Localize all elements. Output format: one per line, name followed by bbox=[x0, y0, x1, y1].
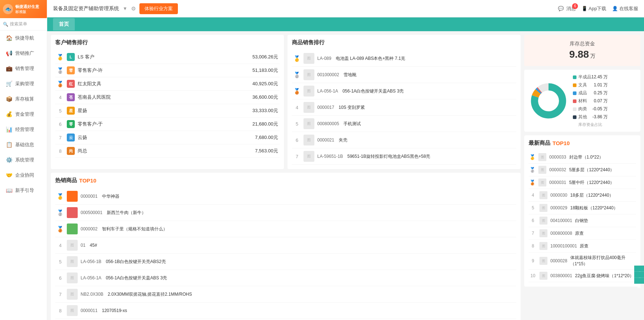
new-product-code: 000800008 bbox=[550, 231, 572, 236]
settings-icon[interactable]: ⚙ bbox=[131, 5, 136, 12]
product-ranking-list: 🥇 图 LA-089 电池盖 LA-089 ABS本色+黑种 7.1克 🥈 图 … bbox=[292, 50, 516, 165]
float-btn-服务社区[interactable]: 服务社区 bbox=[634, 272, 644, 278]
new-products-card: 最新商品 TOP10 🥇 图 0000033 封边带（1.0*22） 🥈 图 0… bbox=[524, 135, 640, 287]
new-product-thumbnail: 图 bbox=[539, 191, 547, 199]
product-thumbnail: 图 bbox=[303, 102, 314, 113]
logo-text: 畅捷通好生意 标准版 bbox=[15, 4, 39, 14]
rank-number: 10 bbox=[529, 273, 537, 278]
nav-icon: 💼 bbox=[6, 65, 12, 72]
customer-name: 零售客户-许 bbox=[78, 67, 249, 74]
message-badge[interactable]: 💬 6 消息 bbox=[558, 5, 576, 12]
search-icon: 🔍 bbox=[3, 22, 8, 27]
product-name: 电池盖 LA-089 ABS本色+黑种 7.1克 bbox=[336, 56, 515, 62]
rank-number: 6 bbox=[57, 122, 64, 127]
top-section: 客户销售排行 🥇 L LS 客户 53,006.26元 🥈 零 零售客户-许 5… bbox=[51, 35, 521, 173]
product-name: 夹壳 bbox=[339, 137, 515, 143]
tab-home[interactable]: 首页 bbox=[53, 18, 75, 30]
legend-value: 0.07 万 bbox=[594, 98, 608, 104]
customer-name: 尚总 bbox=[78, 148, 252, 154]
customer-amount: 40,925.00元 bbox=[252, 81, 278, 87]
sidebar-item-快捷导航[interactable]: 🏠快捷导航 bbox=[0, 30, 47, 46]
float-btn-直播[interactable]: 直播 bbox=[634, 278, 644, 284]
inventory-chart-card: 半成品 12.45 万 文具 1.01 万 成品 0.25 万 材料 0.07 … bbox=[524, 70, 640, 132]
customer-avatar: 苍 bbox=[67, 93, 75, 101]
customer-ranking-title: 客户销售排行 bbox=[55, 39, 280, 46]
nav-tabs: 首页 bbox=[47, 17, 644, 31]
new-product-item: 6 图 004100001 白钢垫 bbox=[529, 214, 636, 227]
rank-number: 6 bbox=[57, 275, 64, 281]
hot-product-name: 45# bbox=[90, 243, 515, 248]
legend-label: 肉类 bbox=[578, 106, 587, 112]
nav-label: 营销推广 bbox=[15, 50, 34, 57]
customer-amount: 21,680.00元 bbox=[252, 121, 278, 127]
hot-product-code: LA-056-1A bbox=[81, 275, 101, 280]
new-product-thumbnail: 图 bbox=[539, 242, 547, 250]
customer-avatar: 零 bbox=[67, 66, 75, 74]
customer-avatar: 云 bbox=[67, 134, 75, 141]
rank-item: 5 星 星扬 33,333.00元 bbox=[55, 104, 280, 118]
search-menu[interactable]: 🔍 搜索菜单 bbox=[0, 18, 47, 30]
new-product-item: 10 图 003800001 22g鱼豆腐·烧烤味（1*12*20） bbox=[529, 270, 636, 282]
legend-label: 材料 bbox=[578, 98, 587, 104]
hot-product-thumbnail bbox=[67, 191, 78, 202]
hot-product-code: 0000001 bbox=[81, 194, 98, 199]
hot-product-item: 6 图 LA-056-1A 056-1A白色按键开关盖ABS 3壳 bbox=[55, 270, 516, 286]
trial-button[interactable]: 体验行业方案 bbox=[139, 3, 178, 14]
hot-product-name: 056-1A白色按键开关盖ABS 3壳 bbox=[106, 275, 515, 281]
product-name: 59651-1B旋转投影灯电池盒ABS黑色+58壳 bbox=[347, 153, 515, 160]
legend-area: 半成品 12.45 万 文具 1.01 万 成品 0.25 万 材料 0.07 … bbox=[573, 74, 608, 127]
product-code: 0000017 bbox=[317, 105, 334, 110]
sidebar-item-营销推广[interactable]: 📢营销推广 bbox=[0, 46, 47, 61]
sidebar-item-库存核算[interactable]: 📦库存核算 bbox=[0, 91, 47, 107]
legend-item: 文具 1.01 万 bbox=[573, 82, 608, 88]
sidebar-item-基础信息[interactable]: 📋基础信息 bbox=[0, 137, 47, 152]
customer-name: 云扬 bbox=[78, 134, 252, 141]
customer-name: 红太阳文具 bbox=[78, 81, 249, 87]
sidebar-item-销售管理[interactable]: 💼销售管理 bbox=[0, 61, 47, 76]
new-products-list: 🥇 图 0000033 封边带（1.0*22） 🥈 图 0000032 5厘多层… bbox=[529, 151, 636, 282]
customer-amount: 7,680.00元 bbox=[255, 134, 278, 141]
nav-icon: 📦 bbox=[6, 96, 12, 102]
product-code: LA-59651-1B bbox=[317, 154, 343, 159]
nav-label: 企业协同 bbox=[15, 172, 34, 179]
app-download[interactable]: 📱 App下载 bbox=[582, 5, 606, 12]
sidebar-item-企业协同[interactable]: 🤝企业协同 bbox=[0, 168, 47, 183]
sidebar-item-新手引导[interactable]: 📖新手引导 bbox=[0, 183, 47, 198]
left-panel: 客户销售排行 🥇 L LS 客户 53,006.26元 🥈 零 零售客户-许 5… bbox=[51, 35, 521, 316]
rank-number: 7 bbox=[293, 154, 301, 159]
sidebar-item-采购管理[interactable]: 🛒采购管理 bbox=[0, 76, 47, 91]
new-product-thumbnail: 图 bbox=[538, 179, 546, 186]
product-code: 000800005 bbox=[317, 121, 339, 126]
logo-icon: 🐟 bbox=[3, 4, 13, 14]
product-rank-item: 6 图 0000021 夹壳 bbox=[292, 132, 516, 148]
product-name: 056-1A白色按键开关盖ABS 3壳 bbox=[342, 88, 515, 94]
sidebar-item-经营管理[interactable]: 📊经营管理 bbox=[0, 122, 47, 137]
new-product-thumbnail: 图 bbox=[539, 217, 547, 225]
new-product-item: 🥇 图 0000033 封边带（1.0*22） bbox=[529, 151, 636, 164]
svg-point-5 bbox=[538, 90, 559, 111]
product-rank-item: 4 图 0000017 10S 变刮罗紧 bbox=[292, 99, 516, 116]
hot-product-item: 7 图 NB2.0X30B 2.0X30MM双搓花轴,搓花直径2.1MM/ROH… bbox=[55, 286, 516, 303]
product-name: 10S 变刮罗紧 bbox=[339, 104, 515, 111]
rank-number: 4 bbox=[529, 193, 537, 198]
product-rank-item: 🥉 图 LA-056-1A 056-1A白色按键开关盖ABS 3壳 bbox=[292, 83, 516, 99]
dropdown-icon[interactable]: ▼ bbox=[123, 6, 127, 11]
medal-icon: 🥉 bbox=[57, 226, 64, 233]
product-code: 0000021 bbox=[317, 138, 334, 143]
content-main: 客户销售排行 🥇 L LS 客户 53,006.26元 🥈 零 零售客户-许 5… bbox=[47, 31, 644, 320]
sidebar-item-系统管理[interactable]: ⚙️系统管理 bbox=[0, 152, 47, 168]
new-product-thumbnail: 图 bbox=[539, 257, 547, 265]
new-product-item: 8 图 10000100001 原查 bbox=[529, 240, 636, 253]
sidebar-item-资金管理[interactable]: 💰资金管理 bbox=[0, 107, 47, 122]
medal-icon: 🥇 bbox=[57, 193, 64, 200]
nav-label: 资金管理 bbox=[15, 111, 34, 118]
medal-icon: 🥇 bbox=[57, 54, 64, 61]
system-name: 装备及固定资产辅助管理系统 bbox=[53, 5, 119, 12]
customer-name: LS 客户 bbox=[78, 54, 249, 60]
float-btn-客服热线[interactable]: 客服热线 bbox=[634, 266, 644, 272]
rank-number: 4 bbox=[57, 243, 64, 248]
customer-name: 苍南县人民医院 bbox=[78, 94, 249, 100]
online-service[interactable]: 👤 在线客服 bbox=[612, 5, 638, 12]
rank-number: 5 bbox=[57, 259, 64, 264]
nav-icon: 📊 bbox=[6, 126, 12, 133]
